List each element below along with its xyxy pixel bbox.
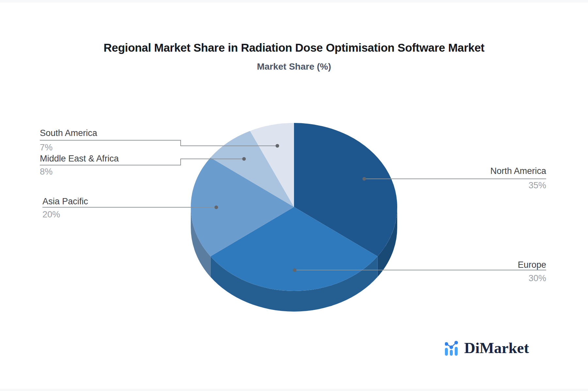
logo-bar: [445, 348, 448, 356]
callout-value-north-america: 35%: [529, 181, 546, 190]
pie-chart-svg: [0, 0, 588, 391]
logo-text: DiMarket: [464, 340, 529, 356]
logo-dot: [454, 341, 458, 345]
callout-label-asia-pacific: Asia Pacific: [42, 197, 88, 206]
chart-page: { "page": { "background": "#ffffff", "fr…: [0, 0, 588, 391]
callout-label-north-america: North America: [490, 166, 546, 176]
leader-dot-south-america: [276, 144, 279, 148]
callout-value-asia-pacific: 20%: [42, 210, 60, 219]
callout-label-europe: Europe: [518, 260, 546, 269]
logo-dot: [449, 346, 453, 349]
page-title: Regional Market Share in Radiation Dose …: [0, 41, 588, 54]
callout-label-south-america: South America: [40, 128, 97, 138]
leader-dot-middle-east-africa: [242, 157, 246, 161]
logo-bar: [450, 350, 453, 356]
callout-value-middle-east-africa: 8%: [40, 167, 53, 176]
leader-dot-north-america: [363, 177, 366, 181]
logo-bar: [455, 347, 458, 356]
callout-value-south-america: 7%: [40, 143, 53, 152]
bar-chart-icon: [445, 340, 460, 356]
callout-label-middle-east-africa: Middle East & Africa: [40, 154, 119, 163]
callout-value-europe: 30%: [529, 274, 546, 283]
chart-subtitle: Market Share (%): [0, 61, 588, 72]
brand-logo: DiMarket: [445, 340, 529, 356]
leader-dot-asia-pacific: [215, 206, 218, 209]
leader-dot-europe: [293, 268, 297, 272]
